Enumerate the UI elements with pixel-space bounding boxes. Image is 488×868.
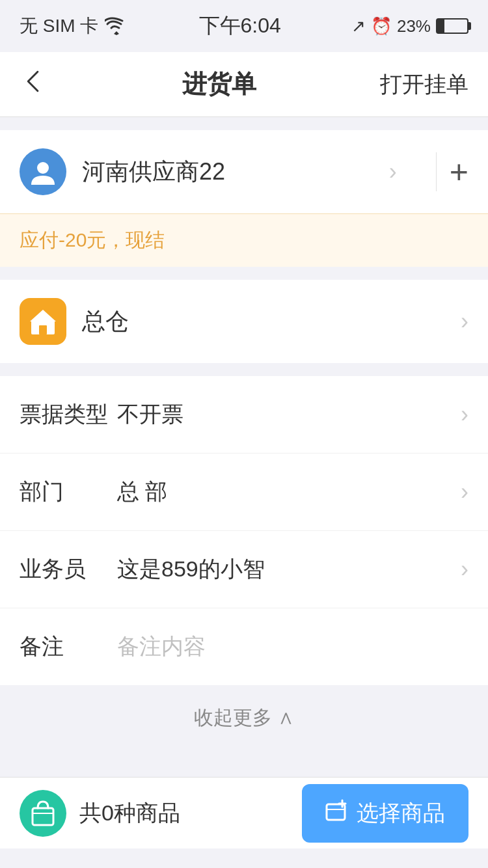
alert-row: 应付-20元，现结 <box>0 213 488 267</box>
battery-label: 23% <box>397 16 431 36</box>
select-product-button[interactable]: 选择商品 <box>302 784 468 843</box>
shopping-bag-icon <box>29 799 57 828</box>
svg-rect-4 <box>33 808 53 825</box>
department-chevron-icon: › <box>461 478 468 506</box>
product-icon-bg <box>20 790 66 837</box>
add-product-icon <box>325 799 349 822</box>
svg-rect-3 <box>39 325 47 334</box>
product-count-label: 共0种商品 <box>79 798 302 828</box>
section-gap-2 <box>0 267 488 280</box>
form-card: 票据类型 不开票 › 部门 总 部 › 业务员 这是859的小智 › 备注 备注… <box>0 376 488 685</box>
status-bar: 无 SIM 卡 下午6:04 ↗ ⏰ 23% <box>0 0 488 52</box>
svg-point-0 <box>37 162 49 174</box>
status-bar-left: 无 SIM 卡 <box>20 14 128 38</box>
remark-label: 备注 <box>20 632 111 662</box>
section-gap-4 <box>0 751 488 764</box>
status-bar-time: 下午6:04 <box>199 12 281 40</box>
remark-row[interactable]: 备注 备注内容 <box>0 608 488 685</box>
salesperson-value: 这是859的小智 <box>111 554 461 584</box>
status-bar-right: ↗ ⏰ 23% <box>351 16 468 36</box>
salesperson-chevron-icon: › <box>461 556 468 583</box>
select-product-label: 选择商品 <box>357 798 445 828</box>
supplier-chevron-icon: › <box>389 158 397 185</box>
supplier-row[interactable]: 河南供应商22 › + <box>0 130 488 213</box>
page-title: 进货单 <box>182 68 256 101</box>
warehouse-icon <box>29 307 57 336</box>
wifi-icon <box>105 17 128 35</box>
section-gap-3 <box>0 363 488 376</box>
salesperson-label: 业务员 <box>20 554 111 584</box>
open-pending-button[interactable]: 打开挂单 <box>380 70 468 100</box>
carrier-label: 无 SIM 卡 <box>20 14 98 38</box>
invoice-type-row[interactable]: 票据类型 不开票 › <box>0 376 488 453</box>
location-icon: ↗ <box>351 16 366 36</box>
warehouse-icon-bg <box>20 298 66 345</box>
alarm-icon: ⏰ <box>371 16 392 36</box>
supplier-name: 河南供应商22 <box>82 156 389 188</box>
svg-marker-2 <box>30 310 56 321</box>
invoice-type-value: 不开票 <box>111 400 461 429</box>
divider <box>436 152 437 191</box>
section-gap-1 <box>0 117 488 130</box>
invoice-type-label: 票据类型 <box>20 400 111 429</box>
supplier-avatar <box>20 148 66 195</box>
warehouse-card[interactable]: 总仓 › <box>0 280 488 363</box>
back-button[interactable] <box>20 67 59 102</box>
add-supplier-button[interactable]: + <box>450 156 468 188</box>
bottom-bar: 共0种商品 选择商品 <box>0 777 488 848</box>
select-product-icon <box>325 799 349 828</box>
collapse-button[interactable]: 收起更多 ∧ <box>0 685 488 751</box>
remark-input[interactable]: 备注内容 <box>111 632 468 662</box>
battery-icon <box>436 18 468 34</box>
warehouse-chevron-icon: › <box>461 308 468 335</box>
person-icon <box>29 157 57 186</box>
department-label: 部门 <box>20 477 111 507</box>
department-row[interactable]: 部门 总 部 › <box>0 453 488 530</box>
supplier-card: 河南供应商22 › + 应付-20元，现结 <box>0 130 488 267</box>
warehouse-name: 总仓 <box>82 306 461 338</box>
nav-bar: 进货单 打开挂单 <box>0 52 488 117</box>
salesperson-row[interactable]: 业务员 这是859的小智 › <box>0 530 488 608</box>
collapse-label: 收起更多 ∧ <box>194 705 293 731</box>
invoice-type-chevron-icon: › <box>461 401 468 428</box>
warehouse-row[interactable]: 总仓 › <box>0 280 488 363</box>
department-value: 总 部 <box>111 477 461 507</box>
